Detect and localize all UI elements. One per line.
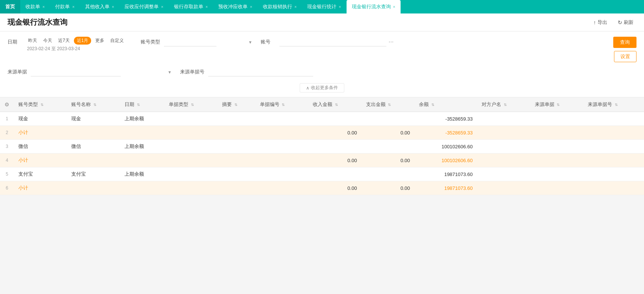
cell-account-type: 小计 xyxy=(14,126,67,140)
cell-counterparty xyxy=(477,140,530,154)
nav-tab-payments[interactable]: 付款单 × xyxy=(50,0,80,13)
cell-balance: 100102606.60 xyxy=(414,140,477,154)
sort-icon[interactable]: ⇅ xyxy=(388,103,391,107)
date-btn-custom[interactable]: 自定义 xyxy=(108,37,126,45)
nav-tab-payments-label: 付款单 xyxy=(55,0,70,13)
collapse-button[interactable]: ∧ 收起更多条件 xyxy=(300,83,344,93)
sort-icon[interactable]: ⇅ xyxy=(282,103,285,107)
sort-icon[interactable]: ⇅ xyxy=(615,103,618,107)
close-icon[interactable]: × xyxy=(112,0,114,13)
export-button[interactable]: ↑ 导出 xyxy=(590,18,610,27)
source-doc-section: 来源单据 ▾ xyxy=(8,67,173,77)
nav-tab-receipts[interactable]: 收款单 × xyxy=(20,0,50,13)
th-expense-label: 支出金额 xyxy=(366,101,386,107)
nav-tab-cash-bank-flow[interactable]: 现金银行流水查询 × xyxy=(347,0,401,13)
cell-date: 上期余额 xyxy=(120,112,165,126)
nav-tab-ar-ap-adjust[interactable]: 应收应付调整单 × xyxy=(119,0,168,13)
th-income-label: 收入金额 xyxy=(313,101,332,107)
refresh-button[interactable]: ↻ 刷新 xyxy=(615,18,636,27)
cell-idx: 6 xyxy=(0,181,14,195)
date-range-text: 2023-02-24 至 2023-03-24 xyxy=(27,46,126,52)
close-icon[interactable]: × xyxy=(294,0,297,13)
nav-home[interactable]: 首页 xyxy=(0,0,20,13)
cell-counterparty xyxy=(477,181,530,195)
nav-tab-prepay-offset[interactable]: 预收冲应收单 × xyxy=(213,0,257,13)
date-btn-7days[interactable]: 近7天 xyxy=(56,37,72,45)
top-nav: 首页 收款单 × 付款单 × 其他收入单 × 应收应付调整单 × 银行存取款单 … xyxy=(0,0,644,13)
account-type-select[interactable] xyxy=(164,37,216,46)
cell-counterparty xyxy=(477,154,530,167)
cell-income: 0.00 xyxy=(308,154,361,167)
nav-tab-receipt-verify[interactable]: 收款核销执行 × xyxy=(258,0,302,13)
source-doc-no-input[interactable] xyxy=(208,67,313,76)
cell-source-doc-no xyxy=(583,126,644,140)
export-label: 导出 xyxy=(597,19,607,26)
sort-icon[interactable]: ⇅ xyxy=(234,103,237,107)
source-doc-no-section: 来源单据号 xyxy=(180,67,629,77)
close-icon[interactable]: × xyxy=(161,0,163,13)
th-date: 日期 ⇅ xyxy=(120,97,165,112)
cell-account-type: 支付宝 xyxy=(14,167,67,181)
th-balance-label: 余额 xyxy=(419,101,429,107)
cell-idx: 4 xyxy=(0,154,14,167)
sort-icon[interactable]: ⇅ xyxy=(191,103,194,107)
source-doc-select[interactable] xyxy=(31,67,121,76)
date-btn-1month[interactable]: 近1月 xyxy=(74,37,92,45)
sort-icon[interactable]: ⇅ xyxy=(41,103,44,107)
nav-tab-other-income[interactable]: 其他收入单 × xyxy=(80,0,119,13)
sort-icon[interactable]: ⇅ xyxy=(137,103,140,107)
cell-balance: -3528659.33 xyxy=(414,126,477,140)
th-summary: 摘要 ⇅ xyxy=(218,97,255,112)
account-label: 账号 xyxy=(261,37,276,47)
cell-doc-type xyxy=(164,140,217,154)
export-icon: ↑ xyxy=(593,19,596,25)
th-date-label: 日期 xyxy=(125,101,134,107)
sort-icon[interactable]: ⇅ xyxy=(335,103,338,107)
cell-summary xyxy=(218,112,255,126)
nav-tab-bank-deposit[interactable]: 银行存取款单 × xyxy=(169,0,213,13)
th-account-name-label: 账号名称 xyxy=(71,101,91,107)
sort-icon[interactable]: ⇅ xyxy=(431,103,434,107)
cell-date xyxy=(120,126,165,140)
close-icon[interactable]: × xyxy=(72,0,74,13)
th-doc-no-label: 单据编号 xyxy=(260,101,279,107)
date-btn-today[interactable]: 今天 xyxy=(41,37,54,45)
nav-tab-receipt-verify-label: 收款核销执行 xyxy=(263,0,292,13)
th-income: 收入金额 ⇅ xyxy=(308,97,361,112)
close-icon[interactable]: × xyxy=(206,0,208,13)
table-row: 6 小计 0.00 0.00 19871073.60 xyxy=(0,181,644,195)
right-buttons: 查询 设置 xyxy=(613,37,636,62)
account-input[interactable] xyxy=(279,37,386,46)
query-button[interactable]: 查询 xyxy=(613,37,636,48)
cell-account-name: 现金 xyxy=(67,112,120,126)
nav-tab-cash-bank-stat[interactable]: 现金银行统计 × xyxy=(302,0,346,13)
cell-account-name: 支付宝 xyxy=(67,167,120,181)
sort-icon[interactable]: ⇅ xyxy=(557,103,560,107)
cell-expense: 0.00 xyxy=(362,181,414,195)
date-filter-group: 昨天 今天 近7天 近1月 更多 自定义 2023-02-24 至 2023-0… xyxy=(26,37,126,52)
cell-source-doc xyxy=(530,126,583,140)
page-header: 现金银行流水查询 ↑ 导出 ↻ 刷新 xyxy=(0,13,644,31)
date-btn-more[interactable]: 更多 xyxy=(93,37,106,45)
cell-idx: 3 xyxy=(0,140,14,154)
th-source-doc-no-label: 来源单据号 xyxy=(588,101,612,107)
cell-doc-no xyxy=(255,181,308,195)
sort-icon[interactable]: ⇅ xyxy=(93,103,96,107)
cell-account-name xyxy=(67,126,120,140)
table-row: 3 微信 微信 上期余额 100102606.60 xyxy=(0,140,644,154)
sort-icon[interactable]: ⇅ xyxy=(504,103,507,107)
close-icon[interactable]: × xyxy=(393,0,395,13)
settings-button[interactable]: 设置 xyxy=(614,51,636,62)
th-counterparty-label: 对方户名 xyxy=(482,101,501,107)
cell-counterparty xyxy=(477,167,530,181)
cell-doc-type xyxy=(164,112,217,126)
date-btn-yesterday[interactable]: 昨天 xyxy=(26,37,39,45)
close-icon[interactable]: × xyxy=(339,0,341,13)
gear-icon[interactable]: ⚙ xyxy=(5,101,9,107)
close-icon[interactable]: × xyxy=(250,0,252,13)
ellipsis-icon[interactable]: ··· xyxy=(386,37,396,46)
close-icon[interactable]: × xyxy=(42,0,45,13)
cell-counterparty xyxy=(477,126,530,140)
chevron-down-icon: ▾ xyxy=(249,39,252,45)
filter-row-date: 日期 昨天 今天 近7天 近1月 更多 自定义 2023-02-24 至 202… xyxy=(8,37,636,62)
